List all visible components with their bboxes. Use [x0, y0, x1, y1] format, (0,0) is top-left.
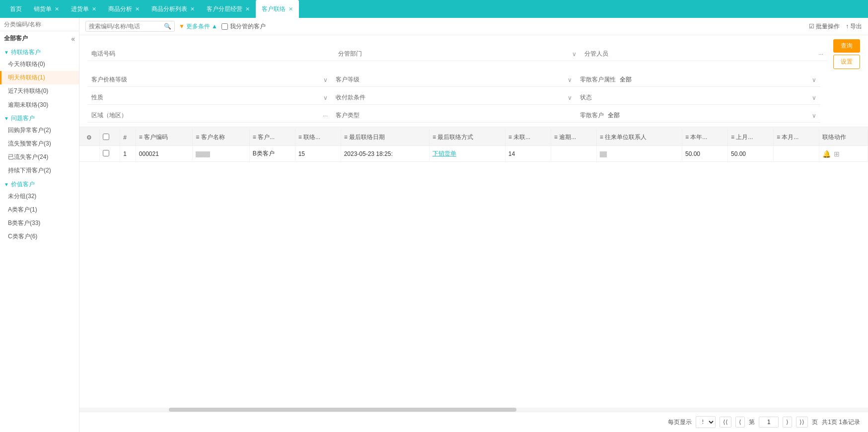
dots-region-icon: ··· — [323, 112, 328, 119]
triangle-problem-icon: ▼ — [4, 116, 9, 121]
triangle-pending-icon: ▼ — [4, 50, 9, 55]
per-page-select[interactable]: 50 100 — [696, 416, 716, 428]
col-index: # — [120, 129, 136, 146]
cell-contact-count: 15 — [295, 146, 341, 162]
query-button[interactable]: 查询 — [833, 39, 860, 53]
cell-this-year: 50.00 — [682, 146, 728, 162]
sidebar-item-repurchase-abnormal[interactable]: 回购异常客户(2) — [0, 124, 79, 137]
filter-payment[interactable]: 收付款条件 ∨ — [332, 91, 576, 105]
sidebar-item-overdue-pending[interactable]: 逾期未联络(30) — [0, 98, 79, 112]
bell-icon[interactable]: 🔔 — [822, 150, 831, 158]
cell-no-contact: 14 — [505, 146, 551, 162]
col-no-contact[interactable]: ≡ 未联... — [505, 129, 551, 146]
close-customer-tier-icon[interactable]: ✕ — [245, 6, 250, 12]
nav-purchase[interactable]: 进货单 ✕ — [65, 0, 102, 18]
my-customers-checkbox[interactable]: 我分管的客户 — [221, 22, 266, 31]
col-type[interactable]: ≡ 客户... — [249, 129, 295, 146]
sidebar-item-ungrouped[interactable]: 未分组(32) — [0, 190, 79, 203]
nav-sales[interactable]: 销货单 ✕ — [28, 0, 65, 18]
filter-nature[interactable]: 性质 ∨ — [87, 91, 332, 105]
next-page-button[interactable]: ⟩ — [783, 417, 792, 428]
close-sales-icon[interactable]: ✕ — [55, 6, 59, 12]
my-customers-check[interactable] — [221, 23, 228, 30]
batch-operation-button[interactable]: ☑ 批量操作 — [809, 22, 840, 31]
row-checkbox[interactable] — [103, 150, 109, 156]
col-last-month[interactable]: ≡ 上月... — [727, 129, 773, 146]
toolbar-search-input[interactable] — [89, 23, 164, 30]
col-this-month[interactable]: ≡ 本月... — [773, 129, 819, 146]
set-button[interactable]: 设置 — [833, 55, 860, 69]
filter-retail-customer[interactable]: 零散客户 全部 ∨ — [576, 109, 820, 123]
filter-status[interactable]: 状态 ∨ — [576, 91, 820, 105]
sidebar-item-tomorrow-pending[interactable]: 明天待联络(1) — [0, 71, 79, 84]
chevron-payment-icon: ∨ — [568, 94, 572, 101]
col-settings[interactable]: ⚙ — [79, 129, 99, 146]
grid-icon[interactable]: ⊞ — [834, 150, 840, 158]
chevron-nature-icon: ∨ — [323, 94, 328, 101]
col-name[interactable]: ≡ 客户名称 — [193, 129, 249, 146]
sidebar-group-pending: ▼ 待联络客户 — [0, 46, 79, 58]
sidebar-item-declining[interactable]: 持续下滑客户(2) — [0, 164, 79, 177]
col-unit-contact[interactable]: ≡ 往来单位联系人 — [596, 129, 682, 146]
table-header-row: ⚙ # ≡ 客户编码 ≡ 客户名称 ≡ 客户... ≡ 联络... ≡ 最后联络… — [79, 129, 868, 146]
filter-dept[interactable]: 分管部门 ∨ — [334, 47, 581, 61]
col-last-contact-type[interactable]: ≡ 最后联络方式 — [429, 129, 505, 146]
per-page-label: 每页显示 — [668, 418, 692, 427]
filter-phone-input[interactable] — [119, 51, 330, 58]
col-this-year[interactable]: ≡ 本年... — [682, 129, 728, 146]
toolbar: 🔍 ▼ 更多条件 ▲ 我分管的客户 ☑ 批量操作 ↑ 导出 — [79, 18, 868, 35]
horizontal-scrollbar[interactable] — [79, 408, 868, 412]
sidebar-item-today-pending[interactable]: 今天待联络(0) — [0, 58, 79, 71]
filter-price-tier[interactable]: 客户价格等级 ∨ — [87, 73, 332, 87]
col-contact-count[interactable]: ≡ 联络... — [295, 129, 341, 146]
toolbar-search-icon[interactable]: 🔍 — [164, 23, 171, 30]
cell-last-month: 50.00 — [727, 146, 773, 162]
more-conditions-toggle[interactable]: ▼ 更多条件 ▲ — [179, 22, 217, 31]
last-page-button[interactable]: ⟩⟩ — [796, 417, 808, 428]
col-checkbox[interactable] — [99, 129, 120, 146]
sidebar-search-input[interactable] — [4, 21, 78, 28]
filter-customer-type-input[interactable] — [363, 112, 572, 119]
scrollbar-thumb[interactable] — [169, 408, 516, 412]
nav-customer-tier[interactable]: 客户分层经营 ✕ — [201, 0, 256, 18]
filter-customer-tier[interactable]: 客户等级 ∨ — [332, 73, 576, 87]
col-last-contact-date[interactable]: ≡ 最后联络日期 — [341, 129, 429, 146]
filter-region[interactable]: 区域（地区） ··· — [87, 109, 332, 123]
sidebar-item-7days-pending[interactable]: 近7天待联络(0) — [0, 84, 79, 98]
filter-row-1: 电话号码 分管部门 ∨ 分管人员 ··· 查询 设置 — [87, 39, 860, 69]
filter-phone: 电话号码 — [87, 47, 334, 61]
top-navigation: 首页 销货单 ✕ 进货单 ✕ 商品分析 ✕ 商品分析列表 ✕ 客户分层经营 ✕ … — [0, 0, 868, 18]
cell-checkbox[interactable] — [99, 146, 120, 162]
sidebar-item-class-b[interactable]: B类客户(33) — [0, 216, 79, 230]
cell-last-contact-type[interactable]: 下销货单 — [429, 146, 505, 162]
sidebar-item-class-a[interactable]: A类客户(1) — [0, 203, 79, 216]
prev-page-button[interactable]: ⟨ — [735, 417, 745, 428]
col-contact-action: 联络动作 — [819, 129, 868, 146]
close-customer-contact-icon[interactable]: ✕ — [289, 6, 293, 12]
filter-row-2: 客户价格等级 ∨ 客户等级 ∨ 零散客户属性 全部 ∨ — [87, 73, 860, 87]
sidebar-item-churn-warning[interactable]: 流失预警客户(3) — [0, 137, 79, 150]
nav-home[interactable]: 首页 — [4, 0, 28, 18]
col-overdue[interactable]: ≡ 逾期... — [551, 129, 596, 146]
col-code[interactable]: ≡ 客户编码 — [136, 129, 192, 146]
export-button[interactable]: ↑ 导出 — [846, 22, 862, 31]
close-purchase-icon[interactable]: ✕ — [92, 6, 96, 12]
close-product-analysis-icon[interactable]: ✕ — [135, 6, 140, 12]
filter-retail-attr[interactable]: 零散客户属性 全部 ∨ — [576, 73, 820, 87]
toolbar-search: 🔍 — [85, 21, 175, 32]
sidebar-all-customers[interactable]: 全部客户 « — [0, 31, 79, 46]
first-page-button[interactable]: ⟨⟨ — [720, 417, 731, 428]
nav-product-analysis-list[interactable]: 商品分析列表 ✕ — [145, 0, 201, 18]
page-number-input[interactable] — [759, 417, 779, 428]
nav-customer-contact[interactable]: 客户联络 ✕ — [256, 0, 299, 18]
nav-product-analysis[interactable]: 商品分析 ✕ — [102, 0, 145, 18]
chevron-tier-icon: ∨ — [568, 76, 572, 83]
last-contact-link[interactable]: 下销货单 — [433, 150, 456, 157]
sidebar-item-class-c[interactable]: C类客户(6) — [0, 230, 79, 243]
filter-manager[interactable]: 分管人员 ··· — [580, 47, 827, 61]
select-all-checkbox[interactable] — [103, 134, 109, 140]
close-product-analysis-list-icon[interactable]: ✕ — [190, 6, 195, 12]
row-actions: 🔔 ⊞ — [822, 150, 865, 158]
filter-panel: 电话号码 分管部门 ∨ 分管人员 ··· 查询 设置 — [79, 35, 868, 127]
sidebar-item-churned[interactable]: 已流失客户(24) — [0, 150, 79, 164]
